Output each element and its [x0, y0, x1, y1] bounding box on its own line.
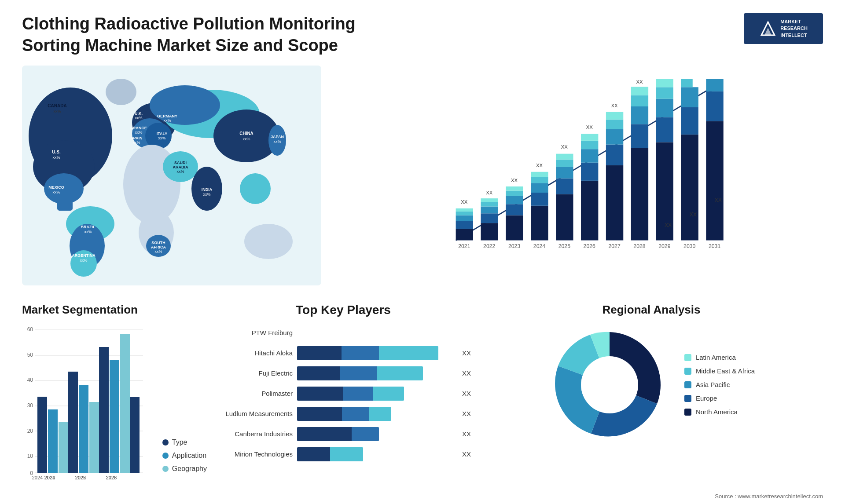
seg-chart-overlay: 2024 2025 2026 2024 [22, 323, 145, 482]
svg-text:2025: 2025 [558, 243, 570, 249]
svg-text:XX: XX [636, 79, 643, 84]
content-top: CANADA xx% U.S. xx% MEXICO xx% BRAZIL xx… [22, 66, 823, 294]
svg-text:XX: XX [561, 144, 568, 150]
apac-color [684, 381, 691, 388]
svg-rect-160 [37, 397, 47, 473]
svg-text:JAPAN: JAPAN [271, 135, 284, 139]
type-color [162, 439, 169, 446]
svg-text:XX: XX [461, 199, 468, 205]
svg-rect-161 [48, 409, 58, 473]
seg-chart-container: 60 50 40 30 20 10 0 [22, 323, 207, 490]
svg-text:XX: XX [690, 212, 697, 218]
svg-rect-96 [606, 144, 623, 165]
svg-rect-166 [89, 402, 99, 473]
svg-rect-6 [57, 197, 73, 211]
svg-text:U.K.: U.K. [135, 111, 143, 116]
svg-text:2026: 2026 [106, 475, 117, 480]
reg-legend-latin: Latin America [684, 354, 755, 361]
svg-text:xx%: xx% [273, 139, 281, 144]
player-value-mirion: XX [462, 450, 471, 458]
svg-text:XX: XX [665, 222, 672, 228]
logo-text: MARKET RESEARCH INTELLECT [780, 18, 808, 39]
player-row-canberra: Canberra Industries XX [216, 427, 471, 441]
svg-rect-69 [481, 198, 498, 202]
svg-text:xx%: xx% [53, 109, 61, 113]
svg-text:xx%: xx% [135, 116, 142, 120]
svg-rect-98 [606, 120, 623, 129]
svg-text:AFRICA: AFRICA [151, 245, 166, 249]
svg-rect-162 [59, 422, 68, 473]
svg-text:GERMANY: GERMANY [157, 114, 177, 118]
svg-text:2024: 2024 [32, 475, 43, 480]
legend-geography: Geography [162, 465, 207, 473]
bar-chart-svg: XX XX [348, 79, 814, 263]
svg-rect-80 [531, 177, 548, 183]
svg-rect-81 [531, 172, 548, 177]
seg-legend: Type Application Geography [162, 438, 207, 490]
svg-point-24 [106, 79, 136, 105]
svg-rect-104 [631, 95, 648, 106]
svg-text:xx%: xx% [52, 190, 60, 194]
reg-legend-mea: Middle East & Africa [684, 367, 755, 375]
player-value-ludlum: XX [462, 410, 471, 417]
svg-rect-102 [631, 124, 648, 148]
player-name-ludlum: Ludlum Measurements [216, 410, 293, 417]
svg-text:xx%: xx% [84, 230, 92, 234]
svg-text:2026: 2026 [584, 243, 595, 249]
player-row-poli: Polimaster XX [216, 387, 471, 401]
svg-rect-60 [456, 221, 473, 229]
svg-rect-71 [506, 215, 523, 240]
svg-rect-114 [681, 87, 698, 107]
player-bar-ptw [297, 326, 463, 340]
player-value-canberra: XX [462, 430, 471, 438]
svg-text:MEXICO: MEXICO [48, 185, 64, 190]
svg-text:ITALY: ITALY [157, 131, 168, 136]
svg-text:2024: 2024 [533, 243, 545, 249]
svg-rect-87 [556, 153, 573, 159]
svg-text:2024: 2024 [44, 475, 55, 480]
svg-rect-99 [606, 112, 623, 120]
svg-text:2028: 2028 [633, 243, 645, 249]
svg-text:xx%: xx% [158, 136, 165, 140]
bar-chart-container: XX XX [334, 70, 823, 285]
svg-text:xx%: xx% [154, 249, 162, 254]
player-bar-ludlum [297, 407, 454, 421]
svg-text:CANADA: CANADA [48, 103, 66, 108]
svg-rect-92 [581, 141, 598, 149]
player-name-mirion: Mirion Technologies [216, 450, 293, 458]
svg-text:INDIA: INDIA [202, 187, 213, 192]
logo-icon [759, 20, 777, 37]
svg-point-173 [581, 356, 638, 413]
svg-text:xx%: xx% [176, 169, 184, 174]
svg-rect-115 [681, 79, 693, 87]
svg-rect-170 [120, 334, 130, 473]
svg-rect-168 [99, 347, 109, 473]
svg-rect-112 [681, 135, 698, 241]
player-bar-fuji [297, 366, 454, 380]
svg-rect-103 [631, 106, 648, 124]
svg-text:CHINA: CHINA [239, 131, 254, 136]
svg-rect-118 [706, 79, 723, 91]
svg-rect-65 [481, 223, 498, 240]
svg-rect-101 [631, 148, 648, 240]
svg-rect-77 [531, 206, 548, 241]
europe-color [684, 395, 691, 402]
svg-rect-83 [556, 194, 573, 240]
map-section: CANADA xx% U.S. xx% MEXICO xx% BRAZIL xx… [22, 66, 321, 294]
player-row-ludlum: Ludlum Measurements XX [216, 407, 471, 421]
page-title: Clothing Radioactive Pollution Monitorin… [22, 13, 418, 57]
donut-svg [548, 323, 671, 446]
player-bar-poli [297, 387, 454, 401]
svg-text:xx%: xx% [132, 140, 140, 145]
player-row-mirion: Mirion Technologies XX [216, 447, 471, 461]
svg-text:xx%: xx% [163, 118, 171, 123]
svg-rect-89 [581, 181, 598, 241]
svg-rect-68 [481, 202, 498, 207]
svg-rect-97 [606, 129, 623, 144]
svg-point-18 [150, 85, 220, 125]
svg-rect-110 [656, 87, 673, 99]
svg-text:2031: 2031 [709, 243, 720, 249]
player-row-ptw: PTW Freiburg [216, 326, 471, 340]
header: Clothing Radioactive Pollution Monitorin… [22, 13, 823, 57]
svg-rect-93 [581, 134, 598, 141]
